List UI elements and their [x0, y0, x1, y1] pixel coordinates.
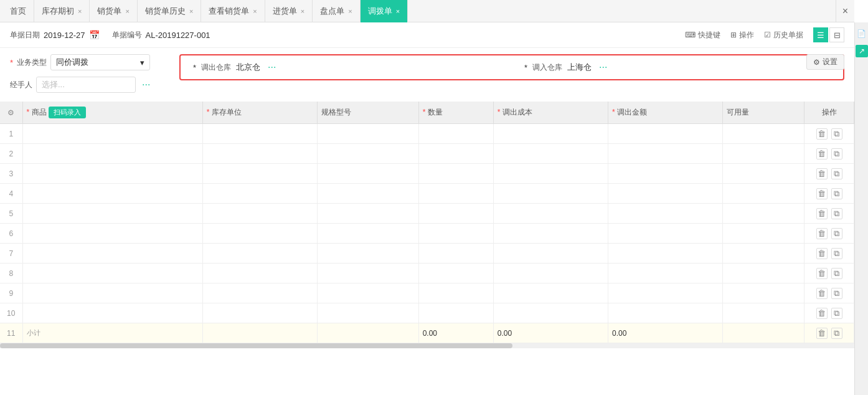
scan-btn[interactable]: 扫码录入 [49, 107, 86, 118]
delete-icon[interactable]: 🗑 [816, 268, 828, 279]
cell-qty[interactable] [418, 283, 493, 303]
tab-purchase-order[interactable]: 进货单 × [265, 0, 313, 22]
cell-qty[interactable] [418, 184, 493, 204]
copy-icon[interactable]: ⧉ [831, 208, 842, 219]
cell-cost[interactable] [493, 124, 608, 144]
copy-icon[interactable]: ⧉ [831, 128, 842, 140]
cell-available[interactable] [723, 144, 804, 164]
copy-icon[interactable]: ⧉ [831, 308, 842, 319]
actions-button[interactable]: ⊞ 操作 [730, 30, 754, 40]
cell-unit[interactable] [202, 224, 317, 244]
cell-unit[interactable] [202, 184, 317, 204]
cell-qty[interactable] [418, 224, 493, 244]
cell-spec[interactable] [317, 224, 418, 244]
cell-cost[interactable] [493, 224, 608, 244]
delete-icon[interactable]: 🗑 [816, 328, 828, 339]
tab-sales-order[interactable]: 销货单 × [90, 0, 137, 22]
delete-icon[interactable]: 🗑 [816, 308, 828, 319]
tab-close-purchase-order[interactable]: × [301, 7, 304, 15]
tab-close-inventory-init[interactable]: × [78, 7, 82, 15]
tab-close-view-sales[interactable]: × [253, 7, 257, 15]
tab-inventory-init[interactable]: 库存期初 × [34, 0, 90, 22]
delete-icon[interactable]: 🗑 [816, 148, 828, 159]
cell-spec[interactable] [317, 164, 418, 184]
cell-spec[interactable] [317, 264, 418, 283]
cell-spec[interactable] [317, 303, 418, 323]
tab-close-sales-history[interactable]: × [189, 7, 193, 15]
cell-product[interactable] [22, 164, 202, 184]
cell-qty[interactable] [418, 264, 493, 283]
cell-spec[interactable] [317, 244, 418, 264]
cell-product[interactable] [22, 124, 202, 144]
copy-icon[interactable]: ⧉ [831, 268, 842, 279]
delete-icon[interactable]: 🗑 [816, 228, 828, 239]
agent-dropdown[interactable]: 选择... [36, 77, 136, 93]
delete-icon[interactable]: 🗑 [816, 168, 828, 179]
delete-icon[interactable]: 🗑 [816, 288, 828, 299]
layout-list-btn[interactable]: ☰ [813, 27, 828, 42]
sidebar-doc-icon[interactable]: 📄 [856, 27, 868, 40]
cell-amount[interactable] [608, 264, 723, 283]
cell-cost[interactable] [493, 144, 608, 164]
delete-icon[interactable]: 🗑 [816, 208, 828, 219]
cell-available[interactable] [723, 303, 804, 323]
cell-qty[interactable] [418, 303, 493, 323]
cell-product[interactable] [22, 144, 202, 164]
history-button[interactable]: ☑ 历史单据 [764, 30, 803, 40]
cell-available[interactable] [723, 244, 804, 264]
cell-unit[interactable] [202, 244, 317, 264]
copy-icon[interactable]: ⧉ [831, 228, 842, 239]
cell-unit[interactable] [202, 164, 317, 184]
copy-icon[interactable]: ⧉ [831, 168, 842, 179]
cell-cost[interactable] [493, 283, 608, 303]
cell-unit[interactable] [202, 264, 317, 283]
cell-qty[interactable] [418, 244, 493, 264]
cell-cost[interactable] [493, 184, 608, 204]
cell-amount[interactable] [608, 283, 723, 303]
cell-amount[interactable] [608, 244, 723, 264]
cell-available[interactable] [723, 224, 804, 244]
cell-product[interactable] [22, 184, 202, 204]
cell-amount[interactable] [608, 184, 723, 204]
close-all-tabs[interactable]: × [836, 0, 854, 22]
copy-icon[interactable]: ⧉ [831, 288, 842, 299]
cell-amount[interactable] [608, 303, 723, 323]
tab-close-inventory-check[interactable]: × [348, 7, 352, 15]
calendar-icon[interactable]: 📅 [89, 30, 100, 40]
cell-cost[interactable] [493, 164, 608, 184]
cell-product[interactable] [22, 204, 202, 224]
cell-available[interactable] [723, 204, 804, 224]
cell-cost[interactable] [493, 204, 608, 224]
cell-spec[interactable] [317, 204, 418, 224]
cell-spec[interactable] [317, 124, 418, 144]
tab-close-sales-order[interactable]: × [125, 7, 129, 15]
tab-home[interactable]: 首页 [2, 0, 34, 22]
delete-icon[interactable]: 🗑 [816, 128, 828, 140]
in-warehouse-more-btn[interactable]: ··· [597, 62, 610, 73]
cell-product[interactable] [22, 224, 202, 244]
cell-cost[interactable] [493, 264, 608, 283]
cell-amount[interactable] [608, 204, 723, 224]
cell-product[interactable] [22, 303, 202, 323]
cell-unit[interactable] [202, 303, 317, 323]
horizontal-scrollbar[interactable] [0, 343, 854, 348]
cell-spec[interactable] [317, 184, 418, 204]
cell-unit[interactable] [202, 283, 317, 303]
tab-sales-history[interactable]: 销货单历史 × [138, 0, 201, 22]
col-settings[interactable]: ⚙ [0, 102, 22, 124]
cell-available[interactable] [723, 283, 804, 303]
cell-cost[interactable] [493, 303, 608, 323]
cell-available[interactable] [723, 264, 804, 283]
agent-more-btn[interactable]: ··· [139, 79, 153, 90]
cell-available[interactable] [723, 184, 804, 204]
copy-icon[interactable]: ⧉ [831, 328, 842, 339]
cell-cost[interactable] [493, 244, 608, 264]
cell-spec[interactable] [317, 144, 418, 164]
cell-amount[interactable] [608, 224, 723, 244]
layout-grid-btn[interactable]: ⊟ [829, 27, 844, 42]
out-warehouse-more-btn[interactable]: ··· [265, 62, 278, 73]
cell-product[interactable] [22, 283, 202, 303]
copy-icon[interactable]: ⧉ [831, 248, 842, 259]
tab-view-sales[interactable]: 查看销货单 × [201, 0, 265, 22]
cell-amount[interactable] [608, 144, 723, 164]
